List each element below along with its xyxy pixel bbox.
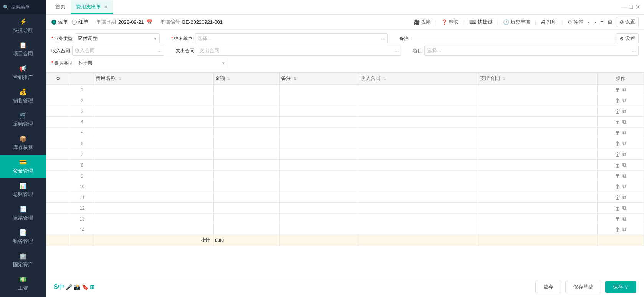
sort-income-icon[interactable]: ⇅ — [383, 76, 386, 81]
row-expense-cell[interactable] — [478, 160, 598, 171]
save-draft-button[interactable]: 保存草稿 — [565, 281, 601, 293]
view-list-btn[interactable]: ≡ — [600, 19, 603, 25]
delete-row-icon[interactable]: 🗑 — [615, 162, 620, 168]
row-note-cell[interactable] — [280, 181, 359, 192]
copy-row-icon[interactable]: ⧉ — [622, 129, 626, 136]
view-grid-btn[interactable]: ⊞ — [608, 19, 612, 25]
copy-row-icon[interactable]: ⧉ — [622, 162, 626, 168]
sidebar-item-fixed-assets[interactable]: 🏢固定资产 — [0, 249, 46, 272]
row-expense-cell[interactable] — [478, 203, 598, 214]
row-income-cell[interactable] — [359, 214, 478, 224]
income-contract-input[interactable]: 收入合同 ··· — [72, 46, 164, 56]
row-amount-cell[interactable] — [213, 181, 280, 192]
sidebar-item-tax[interactable]: 📑税务管理 — [0, 225, 46, 249]
row-note-cell[interactable] — [280, 106, 359, 117]
camera-icon[interactable]: 📸 — [74, 284, 80, 290]
row-amount-cell[interactable] — [213, 149, 280, 160]
delete-row-icon[interactable]: 🗑 — [615, 151, 620, 158]
sidebar-item-purchase[interactable]: 🛒采购管理 — [0, 108, 46, 131]
row-income-cell[interactable] — [359, 160, 478, 171]
print-btn[interactable]: 🖨 打印 — [541, 18, 557, 25]
sidebar-item-project-contract[interactable]: 📋项目合同 — [0, 38, 46, 61]
row-name-cell[interactable] — [94, 203, 214, 214]
bill-type-select[interactable]: 不开票 ▼ — [75, 58, 228, 68]
row-name-cell[interactable] — [94, 192, 214, 203]
tab-expense[interactable]: 费用支出单 ✕ — [71, 0, 113, 14]
sort-expense-icon[interactable]: ⇅ — [502, 76, 505, 81]
row-name-cell[interactable] — [94, 214, 214, 224]
sidebar-search[interactable]: 🔍 搜索菜单 — [0, 0, 46, 14]
row-income-cell[interactable] — [359, 203, 478, 214]
row-note-cell[interactable] — [280, 117, 359, 128]
history-btn[interactable]: 🕐 历史单据 — [503, 18, 530, 25]
sidebar-item-marketing[interactable]: 📢营销推广 — [0, 61, 46, 85]
radio-red[interactable]: 红单 — [72, 18, 88, 25]
sort-note-icon[interactable]: ⇅ — [293, 76, 296, 81]
row-note-cell[interactable] — [280, 85, 359, 95]
row-amount-cell[interactable] — [213, 192, 280, 203]
sidebar-item-invoice[interactable]: 🧾发票管理 — [0, 202, 46, 225]
row-note-cell[interactable] — [280, 192, 359, 203]
row-amount-cell[interactable] — [213, 224, 280, 235]
sidebar-item-payroll[interactable]: 💵工资 — [0, 272, 46, 295]
row-income-cell[interactable] — [359, 149, 478, 160]
delete-row-icon[interactable]: 🗑 — [615, 173, 620, 179]
row-income-cell[interactable] — [359, 106, 478, 117]
window-minimize-icon[interactable]: — — [621, 3, 627, 11]
row-note-cell[interactable] — [280, 138, 359, 149]
row-note-cell[interactable] — [280, 128, 359, 138]
row-note-cell[interactable] — [280, 224, 359, 235]
row-amount-cell[interactable] — [213, 203, 280, 214]
row-income-cell[interactable] — [359, 138, 478, 149]
tab-home[interactable]: 首页 — [50, 0, 71, 14]
delete-row-icon[interactable]: 🗑 — [615, 87, 620, 93]
row-expense-cell[interactable] — [478, 128, 598, 138]
copy-row-icon[interactable]: ⧉ — [622, 140, 626, 147]
copy-row-icon[interactable]: ⧉ — [622, 151, 626, 158]
row-name-cell[interactable] — [94, 181, 214, 192]
grid-icon[interactable]: ⊞ — [90, 284, 94, 290]
mic-icon[interactable]: 🎤 — [66, 284, 72, 290]
copy-row-icon[interactable]: ⧉ — [622, 183, 626, 190]
row-expense-cell[interactable] — [478, 181, 598, 192]
window-close-icon[interactable]: ✕ — [635, 3, 640, 11]
expense-contract-input[interactable]: 支出合同 ··· — [197, 46, 402, 56]
row-name-cell[interactable] — [94, 160, 214, 171]
row-note-cell[interactable] — [280, 149, 359, 160]
set-btn-2[interactable]: ⚙ 设置 — [616, 33, 639, 43]
row-expense-cell[interactable] — [478, 85, 598, 95]
nav-left-btn[interactable]: ‹ — [588, 19, 589, 25]
row-name-cell[interactable] — [94, 117, 214, 128]
window-restore-icon[interactable]: □ — [629, 3, 633, 11]
row-amount-cell[interactable] — [213, 214, 280, 224]
sidebar-item-inventory[interactable]: 📦库存核算 — [0, 131, 46, 155]
delete-row-icon[interactable]: 🗑 — [615, 108, 620, 114]
row-amount-cell[interactable] — [213, 171, 280, 181]
copy-row-icon[interactable]: ⧉ — [622, 108, 626, 114]
row-amount-cell[interactable] — [213, 117, 280, 128]
copy-row-icon[interactable]: ⧉ — [622, 226, 626, 233]
row-expense-cell[interactable] — [478, 117, 598, 128]
help-btn[interactable]: ❓ 帮助 — [441, 18, 459, 25]
row-note-cell[interactable] — [280, 214, 359, 224]
row-name-cell[interactable] — [94, 95, 214, 106]
partner-input[interactable]: 选择... ··· — [195, 33, 388, 43]
delete-row-icon[interactable]: 🗑 — [615, 216, 620, 222]
row-income-cell[interactable] — [359, 128, 478, 138]
settings-btn[interactable]: ⚙ 设置 — [616, 17, 639, 27]
sort-name-icon[interactable]: ⇅ — [118, 76, 121, 81]
row-amount-cell[interactable] — [213, 95, 280, 106]
row-name-cell[interactable] — [94, 149, 214, 160]
row-income-cell[interactable] — [359, 117, 478, 128]
row-name-cell[interactable] — [94, 128, 214, 138]
row-note-cell[interactable] — [280, 160, 359, 171]
row-expense-cell[interactable] — [478, 95, 598, 106]
row-note-cell[interactable] — [280, 171, 359, 181]
delete-row-icon[interactable]: 🗑 — [615, 119, 620, 125]
delete-row-icon[interactable]: 🗑 — [615, 194, 620, 201]
copy-row-icon[interactable]: ⧉ — [622, 194, 626, 201]
sidebar-item-capital[interactable]: 💳资金管理 — [0, 155, 46, 178]
bookmark-icon[interactable]: 🔖 — [82, 284, 88, 290]
delete-row-icon[interactable]: 🗑 — [615, 98, 620, 104]
delete-row-icon[interactable]: 🗑 — [615, 141, 620, 147]
